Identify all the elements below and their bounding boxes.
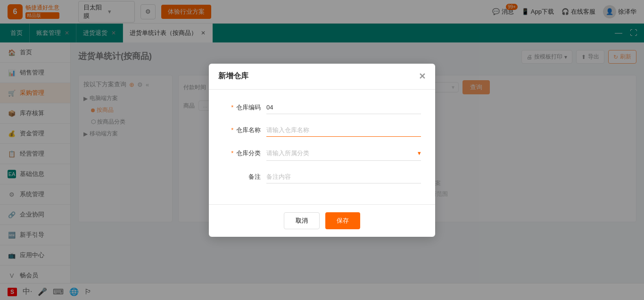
form-row-category: * 仓库分类 请输入所属分类 ▾ (223, 146, 421, 161)
required-icon: * (231, 104, 233, 111)
dialog-body: * 仓库编码 * 仓库名称 * 仓库分类 请输入所属 (209, 90, 435, 204)
overlay: 新增仓库 ✕ * 仓库编码 * 仓库名称 (0, 0, 644, 300)
dialog-footer: 取消 保存 (209, 204, 435, 237)
dialog-header: 新增仓库 ✕ (209, 64, 435, 90)
dialog-title: 新增仓库 (218, 71, 248, 81)
name-label: * 仓库名称 (223, 126, 261, 134)
form-row-code: * 仓库编码 (223, 101, 421, 114)
note-label: 备注 (223, 173, 261, 181)
required-name-icon: * (231, 126, 233, 133)
form-row-name: * 仓库名称 (223, 124, 421, 137)
category-placeholder: 请输入所属分类 (266, 149, 309, 158)
save-button[interactable]: 保存 (325, 212, 360, 229)
cancel-button[interactable]: 取消 (284, 212, 320, 229)
note-input[interactable] (266, 170, 421, 183)
category-dropdown-icon: ▾ (418, 150, 421, 157)
code-input[interactable] (266, 101, 421, 114)
name-input[interactable] (266, 124, 421, 137)
code-label: * 仓库编码 (223, 103, 261, 112)
required-category-icon: * (231, 150, 233, 157)
dialog-close-icon[interactable]: ✕ (419, 71, 426, 82)
new-warehouse-dialog: 新增仓库 ✕ * 仓库编码 * 仓库名称 (209, 64, 435, 237)
form-row-note: 备注 (223, 170, 421, 183)
category-select[interactable]: 请输入所属分类 ▾ (266, 146, 421, 161)
category-label: * 仓库分类 (223, 149, 261, 158)
